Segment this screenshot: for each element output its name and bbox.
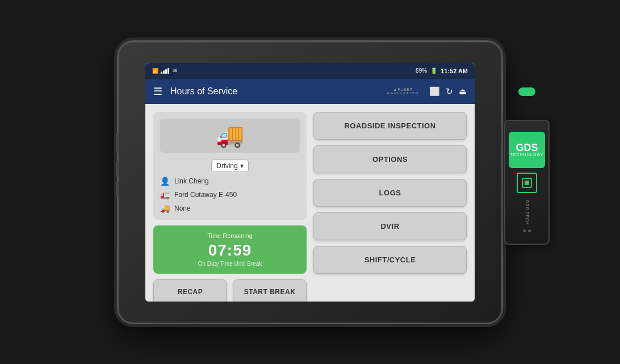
tablet-device: 📶 ✉ 89% 🔋 11:52 AM ☰: [117, 40, 503, 324]
camera-icon[interactable]: ⬜: [429, 86, 440, 97]
status-dropdown[interactable]: Driving ▾: [211, 160, 248, 172]
dot-1: [523, 229, 526, 232]
driver-card: 🚚 Driving ▾ 👤 Link Cheng: [153, 112, 307, 220]
left-action-buttons: RECAP START BREAK: [153, 279, 307, 302]
exit-icon[interactable]: ⏏: [459, 86, 467, 97]
signal-bar-1: [161, 72, 162, 74]
time-remaining-value: 07:59: [160, 241, 300, 260]
gds-logo-icon: [521, 177, 533, 189]
app-title: Hours of Service: [170, 86, 379, 97]
volume-down-button[interactable]: [116, 181, 119, 197]
power-button[interactable]: [116, 133, 119, 153]
module-dots: [523, 229, 531, 232]
signal-bar-2: [163, 70, 165, 74]
time-remaining-sublabel: On Duty Time Until Break: [160, 261, 300, 267]
tablet-screen: 📶 ✉ 89% 🔋 11:52 AM ☰: [145, 63, 475, 302]
refresh-icon[interactable]: ↻: [446, 86, 453, 97]
dot-2: [528, 229, 531, 232]
time-remaining-card: Time Remaining 07:59 On Duty Time Until …: [153, 225, 307, 274]
truck-visual: 🚚: [160, 119, 300, 153]
gds-subtitle-text: TECHNOLOGY: [510, 153, 543, 157]
header-icons: ⬜ ↻ ⏏: [429, 86, 467, 97]
app-header: ☰ Hours of Service ▲FLEET NAVIGATION ⬜ ↻…: [145, 79, 475, 104]
fleet-logo: ▲FLEET NAVIGATION: [387, 87, 419, 95]
gds-brand-text: GDS: [516, 143, 538, 153]
gds-module: GDS TECHNOLOGY GDS TECH: [504, 120, 550, 245]
vehicle-row: 🚛 Ford Cutaway E-450: [160, 190, 300, 199]
status-bar: 📶 ✉ 89% 🔋 11:52 AM: [145, 63, 475, 79]
right-panel: ROADSIDE INSPECTION OPTIONS LOGS DVIR SH…: [313, 112, 467, 302]
trailer-row: 🚚 None: [160, 204, 300, 213]
battery-indicator: 89%: [416, 68, 427, 74]
signal-bar-4: [167, 68, 169, 74]
chevron-down-icon: ▾: [240, 162, 244, 170]
vehicle-name: Ford Cutaway E-450: [174, 191, 237, 199]
shift-cycle-button[interactable]: SHIFT/CYCLE: [313, 246, 467, 274]
driving-status: Driving ▾: [160, 160, 300, 172]
trailer-icon: 🚚: [160, 204, 170, 213]
gds-icon-box: [517, 173, 537, 193]
logs-button[interactable]: LOGS: [313, 179, 467, 207]
signal-bars: [161, 68, 169, 74]
trailer-name: None: [174, 204, 191, 212]
fleet-logo-sub: NAVIGATION: [387, 91, 419, 95]
left-panel: 🚚 Driving ▾ 👤 Link Cheng: [153, 112, 307, 302]
truck-icon: 🚚: [216, 122, 244, 149]
start-break-button[interactable]: START BREAK: [233, 279, 307, 302]
status-time: 11:52 AM: [441, 68, 468, 74]
status-left: 📶 ✉: [152, 68, 178, 74]
svg-rect-1: [525, 181, 529, 185]
dvir-button[interactable]: DVIR: [313, 212, 467, 240]
status-label: Driving: [216, 162, 237, 170]
menu-icon[interactable]: ☰: [153, 85, 162, 98]
connector-cable: [518, 87, 535, 96]
options-button[interactable]: OPTIONS: [313, 145, 467, 173]
driver-name: Link Cheng: [174, 177, 209, 185]
truck-small-icon: 🚛: [160, 190, 170, 199]
driver-name-row: 👤 Link Cheng: [160, 177, 300, 186]
fleet-logo-top: ▲FLEET: [393, 87, 413, 91]
scene: 📶 ✉ 89% 🔋 11:52 AM ☰: [0, 0, 620, 364]
app-content: 🚚 Driving ▾ 👤 Link Cheng: [145, 104, 475, 302]
status-right: 89% 🔋 11:52 AM: [416, 68, 468, 74]
roadside-inspection-button[interactable]: ROADSIDE INSPECTION: [313, 112, 467, 140]
gds-side-text: GDS TECH: [525, 200, 529, 225]
recap-button[interactable]: RECAP: [153, 279, 227, 302]
signal-bar-3: [165, 69, 167, 74]
time-remaining-label: Time Remaining: [160, 232, 300, 239]
volume-up-button[interactable]: [116, 161, 119, 177]
gds-badge: GDS TECHNOLOGY: [509, 132, 545, 168]
person-icon: 👤: [160, 177, 170, 186]
